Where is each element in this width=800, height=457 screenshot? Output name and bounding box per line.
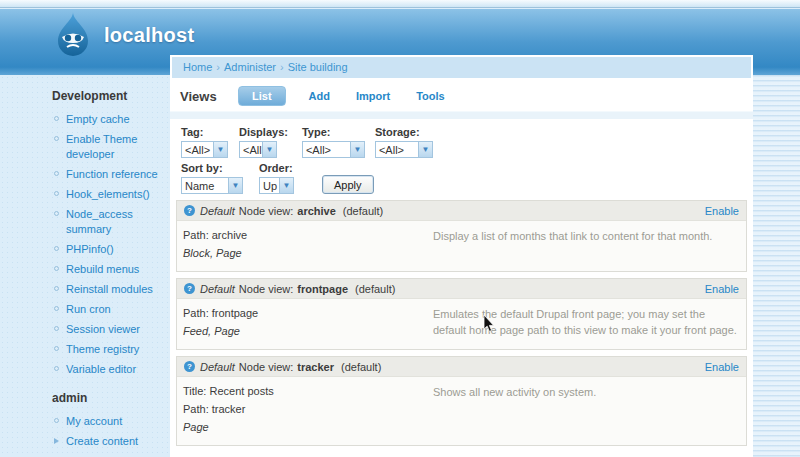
tab-tools[interactable]: Tools <box>416 90 445 102</box>
filter-storage: Storage: <All> ▼ <box>375 126 433 158</box>
sidebar-item-my-account[interactable]: My account <box>54 414 164 429</box>
view-name: frontpage <box>297 283 348 295</box>
dropdown-arrow-icon[interactable]: ▼ <box>262 142 276 157</box>
circle-bullet-icon <box>54 116 59 121</box>
collapsed-arrow-icon[interactable] <box>54 438 59 444</box>
circle-bullet-icon <box>54 306 59 311</box>
page-title: Views <box>180 89 228 104</box>
type-select[interactable]: <All> ▼ <box>302 141 365 158</box>
dropdown-arrow-icon[interactable]: ▼ <box>350 142 364 157</box>
enable-link[interactable]: Enable <box>705 361 739 373</box>
site-name[interactable]: localhost <box>104 24 195 47</box>
sidebar-item-hook-elements[interactable]: Hook_elements() <box>54 187 164 202</box>
circle-bullet-icon <box>54 136 59 141</box>
help-icon[interactable]: ? <box>184 361 195 372</box>
filter-sort-by: Sort by: Name ▼ <box>181 162 243 194</box>
sidebar-item-enable-theme-developer[interactable]: Enable Theme developer <box>54 132 164 162</box>
sidebar: Development Empty cache Enable Theme dev… <box>0 75 170 457</box>
filters: Tag: <All> ▼ Displays: <All> ▼ Type: <Al… <box>181 126 753 194</box>
view-details: Path: frontpage Feed, Page <box>183 305 433 342</box>
breadcrumb-separator: › <box>216 61 220 73</box>
view-name: tracker <box>297 361 334 373</box>
dropdown-arrow-icon[interactable]: ▼ <box>213 142 227 157</box>
view-details: Path: archive Block, Page <box>183 227 433 264</box>
sidebar-section-admin: admin <box>52 391 170 405</box>
circle-bullet-icon <box>54 286 59 291</box>
circle-bullet-icon <box>54 211 59 216</box>
tab-import[interactable]: Import <box>356 90 390 102</box>
sort-by-select[interactable]: Name ▼ <box>181 177 243 194</box>
filter-type: Type: <All> ▼ <box>302 126 365 158</box>
view-row-header: ? Default Node view: frontpage (default)… <box>177 279 746 299</box>
mouse-cursor-icon <box>483 315 495 335</box>
sidebar-item-create-content[interactable]: Create content <box>54 434 164 449</box>
view-description: Emulates the default Drupal front page; … <box>433 305 738 342</box>
dropdown-arrow-icon[interactable]: ▼ <box>228 178 242 193</box>
tab-add[interactable]: Add <box>309 90 330 102</box>
tag-select[interactable]: <All> ▼ <box>181 141 228 158</box>
dropdown-arrow-icon[interactable]: ▼ <box>418 142 432 157</box>
view-row-header: ? Default Node view: tracker (default) E… <box>177 357 746 377</box>
sidebar-item-node-access-summary[interactable]: Node_access summary <box>54 207 164 237</box>
view-name: archive <box>297 205 336 217</box>
filter-order: Order: Up ▼ <box>259 162 294 194</box>
view-row-header: ? Default Node view: archive (default) E… <box>177 201 746 221</box>
dropdown-arrow-icon[interactable]: ▼ <box>279 178 293 193</box>
view-row-frontpage: ? Default Node view: frontpage (default)… <box>176 278 747 350</box>
view-details: Title: Recent posts Path: tracker Page <box>183 383 433 438</box>
displays-select[interactable]: <All> ▼ <box>239 141 277 158</box>
sidebar-item-rebuild-menus[interactable]: Rebuild menus <box>54 262 164 277</box>
sidebar-item-session-viewer[interactable]: Session viewer <box>54 322 164 337</box>
circle-bullet-icon <box>54 366 59 371</box>
tab-separator <box>170 111 753 119</box>
circle-bullet-icon <box>54 418 59 423</box>
apply-button[interactable]: Apply <box>322 175 374 194</box>
circle-bullet-icon <box>54 246 59 251</box>
circle-bullet-icon <box>54 191 59 196</box>
view-description: Shows all new activity on system. <box>433 383 738 438</box>
development-menu: Empty cache Enable Theme developer Funct… <box>0 112 170 377</box>
enable-link[interactable]: Enable <box>705 283 739 295</box>
help-icon[interactable]: ? <box>184 283 195 294</box>
order-select[interactable]: Up ▼ <box>259 177 294 194</box>
breadcrumb-separator: › <box>280 61 284 73</box>
page-background-strip <box>753 75 800 457</box>
main-content-panel: Home›Administer›Site building Views List… <box>170 55 753 457</box>
views-list: ? Default Node view: archive (default) E… <box>176 200 747 446</box>
drupal-logo-icon <box>54 11 92 59</box>
top-strip <box>0 0 800 8</box>
breadcrumb-administer[interactable]: Administer <box>224 61 276 73</box>
sidebar-section-development: Development <box>52 89 170 103</box>
circle-bullet-icon <box>54 266 59 271</box>
tab-list[interactable]: List <box>238 86 286 106</box>
site-brand[interactable]: localhost <box>54 11 195 59</box>
circle-bullet-icon <box>54 326 59 331</box>
sidebar-item-reinstall-modules[interactable]: Reinstall modules <box>54 282 164 297</box>
sidebar-item-theme-registry[interactable]: Theme registry <box>54 342 164 357</box>
view-row-tracker: ? Default Node view: tracker (default) E… <box>176 356 747 446</box>
sidebar-item-function-reference[interactable]: Function reference <box>54 167 164 182</box>
filter-tag: Tag: <All> ▼ <box>181 126 228 158</box>
sidebar-item-empty-cache[interactable]: Empty cache <box>54 112 164 127</box>
sidebar-item-run-cron[interactable]: Run cron <box>54 302 164 317</box>
circle-bullet-icon <box>54 171 59 176</box>
breadcrumb: Home›Administer›Site building <box>172 57 751 78</box>
enable-link[interactable]: Enable <box>705 205 739 217</box>
tab-bar: Views List Add Import Tools <box>180 86 753 106</box>
sidebar-item-variable-editor[interactable]: Variable editor <box>54 362 164 377</box>
view-description: Display a list of months that link to co… <box>433 227 738 264</box>
view-row-archive: ? Default Node view: archive (default) E… <box>176 200 747 272</box>
admin-menu: My account Create content Administer Con… <box>0 414 170 457</box>
circle-bullet-icon <box>54 346 59 351</box>
storage-select[interactable]: <All> ▼ <box>375 141 433 158</box>
filter-displays: Displays: <All> ▼ <box>239 126 288 158</box>
breadcrumb-site-building[interactable]: Site building <box>288 61 348 73</box>
breadcrumb-home[interactable]: Home <box>183 61 212 73</box>
sidebar-item-phpinfo[interactable]: PHPinfo() <box>54 242 164 257</box>
help-icon[interactable]: ? <box>184 205 195 216</box>
